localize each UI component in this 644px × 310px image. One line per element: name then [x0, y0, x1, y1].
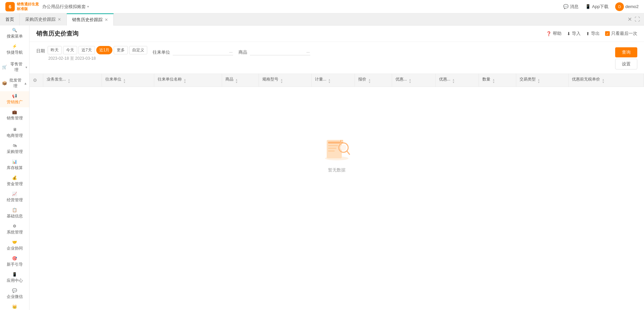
sidebar-item-purchase[interactable]: 🛍 采购管理 — [0, 141, 29, 157]
ecommerce-icon: 🖥 — [13, 127, 17, 132]
sidebar-item-enterprise-wechat[interactable]: 💬 企业微信 — [0, 286, 29, 302]
sidebar-item-retail[interactable]: 🛒 零售管理 ▾ — [0, 59, 29, 75]
sidebar-item-cooperation[interactable]: 🤝 企业协同 — [0, 238, 29, 254]
sidebar-item-app-center[interactable]: 📱 应用中心 — [0, 270, 29, 286]
finance-icon: 💰 — [12, 175, 17, 180]
table-container: ⚙ 业务发生... ▲▼ 往来单位 ▲▼ 往来单位名称 ▲▼ — [30, 74, 644, 310]
app-center-icon: 📱 — [12, 272, 17, 277]
cooperation-icon: 🤝 — [12, 240, 17, 245]
marketing-icon: 📢 — [12, 94, 17, 98]
th-spec[interactable]: 规格型号 ▲▼ — [259, 74, 311, 87]
tab-sales-history-close[interactable]: ✕ — [105, 18, 108, 22]
th-unit-code[interactable]: 往来单位 ▲▼ — [102, 74, 154, 87]
tab-close-all[interactable]: ✕ — [628, 16, 632, 22]
tab-expand[interactable]: ⛶ — [635, 16, 640, 22]
help-button[interactable]: ❓ 帮助 — [546, 31, 561, 37]
quick-nav-icon: ⚡ — [12, 44, 17, 49]
chevron-up-icon: ▲ — [24, 82, 27, 85]
date-btn-today[interactable]: 今天 — [63, 46, 77, 54]
date-filter-group: 日期 昨天 今天 近7天 近1月 更多 自定义 2023-02-18 至 202… — [36, 46, 147, 61]
import-button[interactable]: ⬇ 导入 — [567, 31, 581, 37]
date-filter: 昨天 今天 近7天 近1月 更多 自定义 2023-02-18 至 2023-0… — [48, 46, 147, 61]
th-biz-date[interactable]: 业务发生... ▲▼ — [43, 74, 102, 87]
avatar: D — [615, 2, 624, 11]
settings-button[interactable]: 设置 — [615, 59, 637, 69]
sidebar-item-basic-info[interactable]: 📋 基础信息 — [0, 205, 29, 221]
filter-action-area: 查询 设置 — [615, 46, 637, 69]
th-qty[interactable]: 数量 ▲▼ — [479, 74, 516, 87]
wholesale-icon: 📦 — [2, 81, 7, 86]
th-discount1[interactable]: 优惠... ▲▼ — [392, 74, 436, 87]
header-left: 6 销售通好生意 标准版 办公用品行业模拟账套 ▾ — [5, 2, 89, 11]
date-btn-yesterday[interactable]: 昨天 — [48, 46, 62, 54]
inventory-icon: 📊 — [12, 159, 17, 164]
th-tax-free-price[interactable]: 优惠前无税单价 ▲▼ — [569, 74, 644, 87]
product-label: 商品 — [238, 47, 247, 55]
message-button[interactable]: 💬 消息 — [563, 4, 579, 10]
date-btn-1month[interactable]: 近1月 — [96, 46, 113, 54]
tab-actions: ✕ ⛶ — [628, 16, 644, 22]
product-input[interactable] — [250, 49, 306, 54]
th-settings[interactable]: ⚙ — [30, 74, 43, 87]
from-unit-ellipsis[interactable]: ... — [229, 49, 232, 54]
tab-sales-history[interactable]: 销售历史价跟踪 ✕ — [67, 13, 114, 25]
member-icon: 👑 — [12, 304, 17, 309]
data-table: ⚙ 业务发生... ▲▼ 往来单位 ▲▼ 往来单位名称 ▲▼ — [30, 74, 644, 87]
tab-purchase-history-close[interactable]: ✕ — [58, 17, 61, 21]
settings-icon[interactable]: ⚙ — [33, 78, 37, 83]
operations-icon: 📈 — [12, 192, 17, 196]
sidebar-item-search[interactable]: 🔍 搜索菜单 — [0, 25, 29, 42]
date-range-text: 2023-02-18 至 2023-03-18 — [48, 56, 147, 61]
breadcrumb-dropdown[interactable]: ▾ — [87, 5, 89, 8]
page-header: 销售历史价查询 ❓ 帮助 ⬇ 导入 ⬆ 导出 ✓ 只看最后一次 — [30, 25, 644, 42]
product-filter-group: 商品 ... — [238, 46, 310, 55]
app-download-button[interactable]: 📱 App下载 — [585, 4, 608, 10]
date-btn-more[interactable]: 更多 — [114, 46, 128, 54]
export-button[interactable]: ⬆ 导出 — [586, 31, 600, 37]
svg-point-8 — [340, 145, 346, 151]
tab-bar: 首页 采购历史价跟踪 ✕ 销售历史价跟踪 ✕ ✕ ⛶ — [0, 13, 644, 25]
sidebar-item-ecommerce[interactable]: 🖥 电商管理 — [0, 125, 29, 141]
sidebar-item-finance[interactable]: 💰 资金管理 — [0, 173, 29, 189]
empty-state: 暂无数据 — [30, 87, 644, 221]
th-discount2[interactable]: 优惠... ▲▼ — [435, 74, 479, 87]
from-unit-input-box: ... — [173, 47, 233, 55]
svg-line-7 — [347, 151, 350, 154]
sidebar-item-inventory[interactable]: 📊 库存核算 — [0, 157, 29, 173]
retail-icon: 🛒 — [2, 65, 7, 69]
empty-text: 暂无数据 — [328, 167, 345, 173]
date-buttons: 昨天 今天 近7天 近1月 更多 自定义 — [48, 46, 147, 54]
sidebar-item-member[interactable]: 👑 畅会员 — [0, 302, 29, 310]
product-ellipsis[interactable]: ... — [306, 49, 310, 54]
tab-purchase-history[interactable]: 采购历史价跟踪 ✕ — [20, 13, 67, 25]
tab-home[interactable]: 首页 — [0, 13, 20, 25]
th-unit-name[interactable]: 往来单位名称 ▲▼ — [154, 74, 222, 87]
date-btn-custom[interactable]: 自定义 — [129, 46, 147, 54]
query-button[interactable]: 查询 — [615, 47, 637, 57]
header-right: 💬 消息 📱 App下载 D demo2 — [563, 2, 639, 11]
th-trade-type[interactable]: 交易类型 ▲▼ — [516, 74, 569, 87]
th-product[interactable]: 商品 ▲▼ — [222, 74, 259, 87]
from-unit-input[interactable] — [173, 49, 229, 54]
sidebar-item-guide[interactable]: 🎯 新手引导 — [0, 254, 29, 270]
sidebar-item-marketing[interactable]: 📢 营销推广 — [0, 91, 29, 107]
sidebar-item-operations[interactable]: 📈 经营管理 — [0, 189, 29, 205]
logo-icon: 6 — [5, 2, 15, 11]
import-icon: ⬇ — [567, 31, 571, 36]
sidebar-item-system[interactable]: ⚙ 系统管理 — [0, 221, 29, 238]
export-icon: ⬆ — [586, 31, 590, 36]
th-unit[interactable]: 计量... ▲▼ — [311, 74, 355, 87]
logo-text: 销售通好生意 标准版 — [17, 2, 39, 11]
date-btn-7days[interactable]: 近7天 — [78, 46, 95, 54]
guide-icon: 🎯 — [12, 256, 17, 261]
from-unit-filter-group: 往来单位 ... — [153, 46, 233, 55]
only-last-checkbox[interactable]: ✓ 只看最后一次 — [605, 31, 637, 37]
sidebar-item-quick-nav[interactable]: ⚡ 快捷导航 — [0, 42, 29, 58]
sidebar-item-wholesale[interactable]: 📦 批发管理 ▲ — [0, 75, 29, 91]
svg-rect-2 — [328, 142, 340, 144]
th-price[interactable]: 报价 ▲▼ — [355, 74, 392, 87]
user-menu[interactable]: D demo2 — [615, 2, 639, 11]
purchase-icon: 🛍 — [13, 143, 17, 148]
sidebar-item-sales-mgmt[interactable]: 💼 销售管理 — [0, 107, 29, 123]
product-input-box: ... — [250, 47, 310, 55]
